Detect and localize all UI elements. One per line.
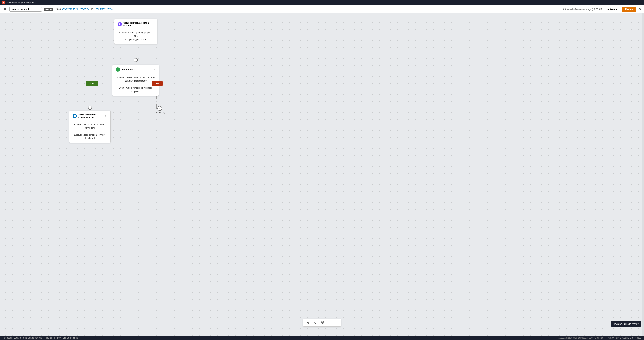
bottom-bar: Feedback Looking for language selection?… <box>0 336 644 340</box>
add-activity-circle-icon: + <box>158 106 162 111</box>
custom-channel-title: Send through a custom channel <box>124 22 150 27</box>
contact-center-header: ☎ Send through a contact center ✕ <box>73 113 107 119</box>
connect-campaign-text: Connect campaign: Appointment reminders <box>73 123 107 130</box>
actions-button[interactable]: Actions ▾ <box>605 7 620 12</box>
zoom-out-button[interactable]: − <box>328 321 331 325</box>
canvas-toolbar: ↺ ↻ − + <box>303 319 341 327</box>
endpoint-types-text: Endpoint types: Voice <box>118 38 154 41</box>
add-step-button-2[interactable]: + <box>88 106 92 110</box>
undo-button[interactable]: ↺ <box>306 321 310 325</box>
execution-role-text: Execution role: amazon-connect-pinpoint-… <box>73 133 107 140</box>
cookie-prefs-link[interactable]: Cookie preferences <box>622 336 641 339</box>
connectors-svg <box>0 13 644 336</box>
lambda-function-text: Lambda function: journey-pinpoint-dnc <box>118 31 154 38</box>
check-icon: ✓ <box>116 67 120 72</box>
review-button[interactable]: Review <box>622 7 636 12</box>
add-activity-label: Add activity <box>154 112 165 114</box>
top-nav-title: Resource Groups & Tag Editor <box>6 2 36 4</box>
lambda-icon: λ <box>118 22 122 26</box>
yesno-description: Evaluate if the customer should be calle… <box>116 76 156 79</box>
custom-channel-header: λ Send through a custom channel ✕ <box>118 22 154 27</box>
canvas-area: λ Send through a custom channel ✕ Lambda… <box>0 13 644 336</box>
feedback-link[interactable]: Feedback <box>3 336 12 339</box>
header-dates: Start 06/08/2022 15:49 UTC-07:00 End 06/… <box>56 8 112 11</box>
privacy-link[interactable]: Privacy <box>606 336 614 339</box>
autosaved-text: Autosaved a few seconds ago (11:55 AM) <box>562 8 602 11</box>
contact-center-node: ☎ Send through a contact center ✕ Connec… <box>69 111 111 143</box>
external-link-icon: ↗ <box>78 336 80 339</box>
custom-channel-close-button[interactable]: ✕ <box>151 23 154 26</box>
scrollbar[interactable] <box>642 13 644 336</box>
header-bar: DRAFT Start 06/08/2022 15:49 UTC-07:00 E… <box>0 6 644 13</box>
chevron-down-icon: ▾ <box>616 8 618 11</box>
settings-icon[interactable]: ⚙ <box>638 8 641 11</box>
add-activity-button[interactable]: + Add activity <box>154 106 165 114</box>
start-date[interactable]: 06/08/2022 15:49 UTC-07:00 <box>62 8 90 11</box>
contact-center-title: Send through a contact center <box>78 113 103 119</box>
center-button[interactable] <box>320 320 325 325</box>
yesno-split-node: ✓ Yes/no split ✕ Evaluate if the custome… <box>112 65 159 96</box>
contact-center-close-button[interactable]: ✕ <box>104 115 107 117</box>
yesno-close-button[interactable]: ✕ <box>153 68 156 71</box>
feedback-popup: How do you like journeys? <box>611 321 641 327</box>
draft-badge: DRAFT <box>44 8 54 11</box>
app-icon: ▣ <box>2 1 5 4</box>
contact-icon: ☎ <box>73 114 77 118</box>
yesno-evaluate-label: Evaluate immediately <box>125 80 146 82</box>
yesno-header: ✓ Yes/no split ✕ <box>116 67 156 72</box>
redo-button[interactable]: ↻ <box>313 321 317 325</box>
svg-point-10 <box>322 322 323 323</box>
terms-link[interactable]: Terms <box>615 336 621 339</box>
custom-channel-node: λ Send through a custom channel ✕ Lambda… <box>114 19 158 44</box>
end-label: End <box>91 8 95 11</box>
top-nav: ▣ Resource Groups & Tag Editor <box>0 0 644 6</box>
unified-settings-link[interactable]: Unified Settings ↗ <box>62 336 80 339</box>
end-date[interactable]: 06/17/2022 17:00 <box>96 8 112 11</box>
zoom-in-button[interactable]: + <box>334 321 338 325</box>
yesno-event-text: Event: Call to function or webhook respo… <box>116 86 156 93</box>
unified-settings-message: Looking for language selection? Find it … <box>14 336 61 339</box>
center-icon <box>321 321 324 324</box>
no-branch-button[interactable]: No <box>152 81 162 86</box>
add-step-button-1[interactable]: + <box>134 58 138 62</box>
yes-branch-button[interactable]: Yes <box>86 81 98 86</box>
hamburger-button[interactable] <box>3 8 7 11</box>
start-label: Start <box>56 8 61 11</box>
journey-name-input[interactable] <box>9 7 42 12</box>
yesno-title: Yes/no split <box>122 68 151 71</box>
copyright-text: © 2022, Amazon Web Services, Inc. or its… <box>556 336 605 339</box>
